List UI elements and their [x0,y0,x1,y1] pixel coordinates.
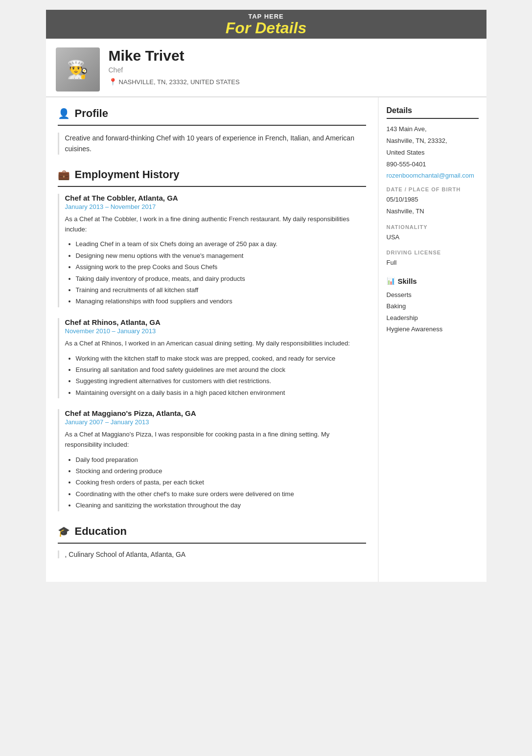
job-2-desc: As a Chef at Rhinos, I worked in an Amer… [65,339,366,349]
header-job-title: Chef [109,66,477,74]
job-1-dates: January 2013 – November 2017 [65,203,366,210]
list-item: Daily food preparation [76,454,366,465]
resume-page: TAP HERE For Details 👨‍🍳 Mike Trivet Che… [46,10,486,582]
location-icon: 📍 [109,78,117,86]
nationality-label: NATIONALITY [387,224,479,230]
job-3-bullets: Daily food preparation Stocking and orde… [65,454,366,511]
job-1-desc: As a Chef at The Cobbler, I work in a fi… [65,214,366,235]
skills-title: 📊 Skills [387,277,479,285]
license: Full [387,257,479,268]
education-block: , Culinary School of Atlanta, Atlanta, G… [58,550,366,558]
education-title-text: Education [75,525,127,538]
skill-3: Leadership [387,312,479,323]
skills-icon: 📊 [387,277,395,285]
education-icon: 🎓 [58,526,70,537]
phone: 890-555-0401 [387,159,479,170]
for-details-text: For Details [46,20,486,36]
email-link[interactable]: rozenboomchantal@gmail.com [387,172,474,179]
job-1-bullets: Leading Chef in a team of six Chefs doin… [65,238,366,307]
education-item: , Culinary School of Atlanta, Atlanta, G… [65,550,366,558]
profile-icon: 👤 [58,108,70,119]
skill-2: Baking [387,300,479,312]
employment-title-text: Employment History [75,168,180,181]
list-item: Taking daily inventory of produce, meats… [76,273,366,284]
job-3-title: Chef at Maggiano's Pizza, Atlanta, GA [65,409,366,417]
education-section-title: 🎓 Education [58,525,366,538]
main-layout: 👤 Profile Creative and forward-thinking … [46,97,486,582]
skills-label: Skills [398,277,417,285]
list-item: Working with the kitchen staff to make s… [76,353,366,364]
education-section: 🎓 Education , Culinary School of Atlanta… [58,525,366,558]
list-item: Managing relationships with food supplie… [76,296,366,307]
profile-text: Creative and forward-thinking Chef with … [58,133,366,155]
profile-divider [58,125,366,126]
job-3-dates: January 2007 – January 2013 [65,418,366,426]
profile-section-title: 👤 Profile [58,107,366,120]
license-label: DRIVING LICENSE [387,250,479,255]
list-item: Designing new menu options with the venu… [76,250,366,261]
profile-title-text: Profile [75,107,108,120]
tap-banner[interactable]: TAP HERE For Details [46,10,486,39]
details-title: Details [387,106,479,119]
resume-header: 👨‍🍳 Mike Trivet Chef 📍 NASHVILLE, TN, 23… [46,39,486,97]
list-item: Training and recruitments of all kitchen… [76,284,366,296]
dob-place: Nashville, TN [387,206,479,217]
employment-section: 💼 Employment History Chef at The Cobbler… [58,168,366,511]
job-3: Chef at Maggiano's Pizza, Atlanta, GA Ja… [58,409,366,511]
avatar-placeholder: 👨‍🍳 [56,47,100,92]
job-2: Chef at Rhinos, Atlanta, GA November 201… [58,318,366,398]
job-1-title: Chef at The Cobbler, Atlanta, GA [65,194,366,202]
education-divider [58,543,366,544]
job-2-bullets: Working with the kitchen staff to make s… [65,353,366,399]
job-3-desc: As a Chef at Maggiano's Pizza, I was res… [65,430,366,450]
employment-icon: 💼 [58,169,70,181]
header-location: 📍 NASHVILLE, TN, 23332, UNITED STATES [109,78,477,86]
list-item: Cooking fresh orders of pasta, per each … [76,477,366,488]
nationality: USA [387,232,479,243]
list-item: Stocking and ordering produce [76,465,366,477]
right-column: Details 143 Main Ave, Nashville, TN, 233… [379,97,486,344]
dob: 05/10/1985 [387,194,479,205]
avatar: 👨‍🍳 [56,47,100,92]
employment-divider [58,186,366,187]
list-item: Suggesting ingredient alternatives for c… [76,375,366,387]
list-item: Maintaining oversight on a daily basis i… [76,387,366,398]
dob-label: DATE / PLACE OF BIRTH [387,186,479,192]
list-item: Coordinating with the other chef's to ma… [76,488,366,500]
job-1: Chef at The Cobbler, Atlanta, GA January… [58,194,366,307]
left-column: 👤 Profile Creative and forward-thinking … [46,97,379,582]
address-line1: 143 Main Ave, [387,124,479,135]
list-item: Cleaning and sanitizing the workstation … [76,500,366,511]
list-item: Leading Chef in a team of six Chefs doin… [76,238,366,250]
header-info: Mike Trivet Chef 📍 NASHVILLE, TN, 23332,… [109,47,477,92]
address-line3: United States [387,147,479,158]
profile-section: 👤 Profile Creative and forward-thinking … [58,107,366,155]
job-2-dates: November 2010 – January 2013 [65,327,366,335]
address-line2: Nashville, TN, 23332, [387,136,479,146]
skill-4: Hygiene Awareness [387,323,479,335]
list-item: Assigning work to the prep Cooks and Sou… [76,261,366,273]
list-item: Ensuring all sanitation and food safety … [76,364,366,375]
skill-1: Desserts [387,289,479,300]
location-text: NASHVILLE, TN, 23332, UNITED STATES [119,78,240,86]
header-name: Mike Trivet [109,47,477,64]
job-2-title: Chef at Rhinos, Atlanta, GA [65,318,366,326]
employment-section-title: 💼 Employment History [58,168,366,181]
